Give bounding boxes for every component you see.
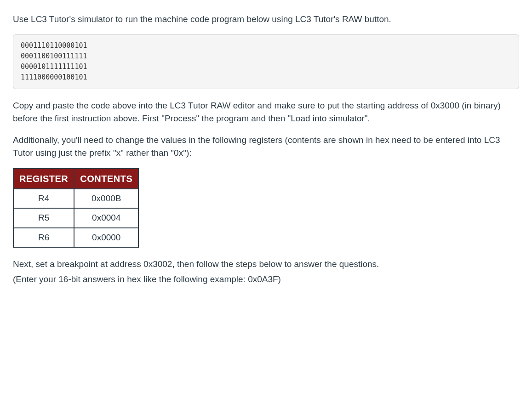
contents-cell: 0x000B [74,189,138,209]
code-line: 0001110110000101 [21,41,87,50]
instructions-paragraph-1: Copy and paste the code above into the L… [13,99,519,125]
table-row: R5 0x0004 [13,208,138,228]
answer-format-paragraph: (Enter your 16-bit answers in hex like t… [13,273,519,286]
register-cell: R4 [13,189,74,209]
contents-cell: 0x0000 [74,228,138,248]
table-header-contents: CONTENTS [74,169,138,189]
register-table: REGISTER CONTENTS R4 0x000B R5 0x0004 R6… [13,168,139,248]
table-row: R6 0x0000 [13,228,138,248]
contents-cell: 0x0004 [74,208,138,228]
breakpoint-paragraph: Next, set a breakpoint at address 0x3002… [13,258,519,271]
table-row: R4 0x000B [13,189,138,209]
register-cell: R5 [13,208,74,228]
intro-paragraph: Use LC3 Tutor's simulator to run the mac… [13,13,519,26]
code-line: 0000101111111101 [21,62,87,71]
code-line: 0001100100111111 [21,52,87,60]
code-block: 0001110110000101 0001100100111111 000010… [13,34,519,89]
code-line: 1111000000100101 [21,73,87,81]
table-header-register: REGISTER [13,169,74,189]
instructions-paragraph-2: Additionally, you'll need to change the … [13,134,519,160]
register-cell: R6 [13,228,74,248]
